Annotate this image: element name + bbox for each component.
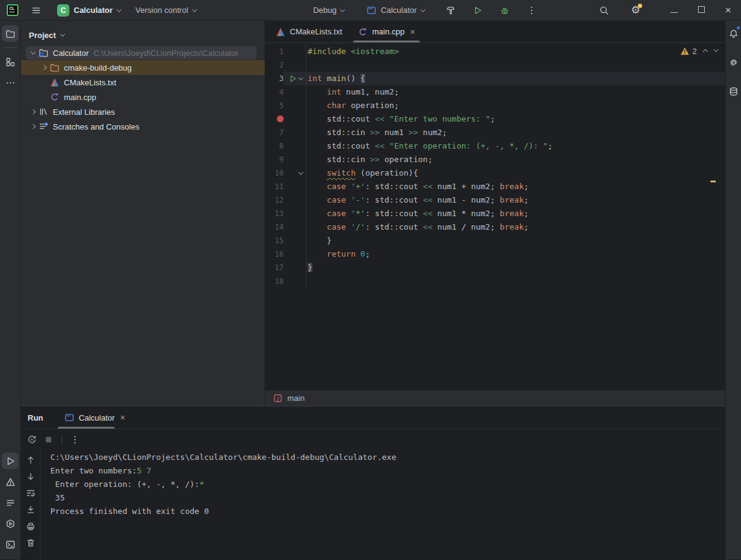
search-everywhere-button[interactable] <box>595 2 613 18</box>
run-gutter-icon[interactable] <box>289 75 297 82</box>
tree-item-calculator[interactable]: CalculatorC:\Users\Joeyd\CLionProjects\C… <box>21 45 265 60</box>
line-number[interactable]: 10 <box>265 166 284 180</box>
tool-services-button[interactable] <box>2 515 18 532</box>
tree-item-external-libraries[interactable]: External Libraries <box>21 104 265 119</box>
run-tab-calculator[interactable]: Calculator × <box>60 406 130 429</box>
chevron-right-icon[interactable] <box>42 65 47 70</box>
code-line-13[interactable]: 13 case '*': std::cout << num1 * num2; b… <box>265 207 725 220</box>
code-editor[interactable]: 1#include <iostream>2 3int main() {4 int… <box>265 43 725 390</box>
code-line-3[interactable]: 3int main() { <box>265 72 725 85</box>
close-button[interactable]: × <box>725 5 731 15</box>
line-number[interactable] <box>265 112 284 126</box>
code-line-17[interactable]: 17} <box>265 261 725 274</box>
notifications-button[interactable] <box>725 25 741 42</box>
code-line-9[interactable]: 9 std::cin >> operation; <box>265 153 725 166</box>
chevron-right-icon[interactable] <box>31 109 36 114</box>
fold-chevron-icon[interactable] <box>298 169 303 174</box>
breakpoint-icon[interactable] <box>277 115 284 122</box>
line-number[interactable]: 14 <box>265 220 284 234</box>
stop-button[interactable] <box>44 435 53 445</box>
run-button[interactable] <box>468 2 487 18</box>
line-number[interactable]: 18 <box>265 274 284 288</box>
code-line-8[interactable]: 8 std::cout << "Enter operation: (+, -, … <box>265 139 725 153</box>
line-number[interactable]: 7 <box>265 126 284 139</box>
bug-icon <box>500 6 510 15</box>
print-button[interactable] <box>26 521 36 531</box>
code-line-14[interactable]: 14 case '/': std::cout << num1 / num2; b… <box>265 220 725 234</box>
chevron-down-icon[interactable] <box>713 47 718 52</box>
close-run-tab-button[interactable]: × <box>120 413 125 422</box>
code-line-6[interactable]: std::cout << "Enter two numbers: "; <box>265 112 725 126</box>
code-line-1[interactable]: 1#include <iostream> <box>265 45 725 58</box>
line-number[interactable]: 13 <box>265 207 284 220</box>
code-line-2[interactable]: 2 <box>265 58 725 72</box>
console-output[interactable]: C:\Users\Joeyd\CLionProjects\Calculator\… <box>41 450 725 559</box>
project-widget[interactable]: C Calculator <box>53 2 125 18</box>
line-number[interactable]: 4 <box>265 85 284 99</box>
line-number[interactable]: 15 <box>265 234 284 247</box>
scroll-to-end-button[interactable] <box>26 505 36 515</box>
tool-structure-button[interactable] <box>2 53 18 70</box>
debug-mode-selector[interactable]: Debug <box>309 2 349 18</box>
line-number[interactable]: 5 <box>265 99 284 112</box>
inspections-widget[interactable]: 2 <box>680 47 718 56</box>
line-number[interactable]: 9 <box>265 153 284 166</box>
line-number[interactable]: 3 <box>265 72 284 85</box>
editor-tab-cmakelists-txt[interactable]: CMakeLists.txt <box>268 21 350 42</box>
code-line-4[interactable]: 4 int num1, num2; <box>265 85 725 99</box>
line-number[interactable]: 1 <box>265 45 284 58</box>
line-number[interactable]: 17 <box>265 261 284 274</box>
line-number[interactable]: 16 <box>265 247 284 261</box>
code-line-16[interactable]: 16 return 0; <box>265 247 725 261</box>
more-options-button[interactable] <box>70 435 80 445</box>
code-line-15[interactable]: 15 } <box>265 234 725 247</box>
chevron-right-icon[interactable] <box>31 124 36 129</box>
clear-all-button[interactable] <box>26 538 36 548</box>
soft-wrap-button[interactable] <box>26 488 36 498</box>
chevron-up-icon[interactable] <box>703 49 708 53</box>
tool-problems-button[interactable] <box>2 473 18 490</box>
code-line-10[interactable]: 10 switch (operation){ <box>265 166 725 180</box>
database-button[interactable] <box>725 83 741 99</box>
tool-project-button[interactable] <box>2 25 18 42</box>
tool-terminal-button[interactable] <box>2 536 18 553</box>
hammer-icon <box>446 6 456 15</box>
ai-assistant-button[interactable] <box>725 54 741 71</box>
build-button[interactable] <box>441 2 460 18</box>
breadcrumb-item[interactable]: main <box>287 394 305 403</box>
tree-item-cmake-build-debug[interactable]: cmake-build-debug <box>21 60 265 75</box>
main-menu-button[interactable] <box>27 2 45 18</box>
code-line-11[interactable]: 11 case '+': std::cout << num1 + num2; b… <box>265 180 725 193</box>
close-tab-button[interactable]: × <box>410 28 415 36</box>
tool-run-button[interactable] <box>2 453 18 469</box>
run-configuration-selector[interactable]: Calculator <box>362 2 429 18</box>
maximize-button[interactable] <box>698 6 705 15</box>
fold-chevron-icon[interactable] <box>298 75 303 80</box>
editor-tab-main-cpp[interactable]: main.cpp× <box>350 21 423 42</box>
rerun-button[interactable] <box>27 435 37 445</box>
project-panel-header[interactable]: Project <box>21 21 265 45</box>
code-line-18[interactable]: 18 <box>265 274 725 288</box>
debug-button[interactable] <box>495 2 514 18</box>
tool-todo-button[interactable] <box>2 494 18 511</box>
editor-area: CMakeLists.txtmain.cpp× 1#include <iostr… <box>265 21 725 406</box>
more-actions-button[interactable] <box>522 2 541 18</box>
line-number[interactable]: 11 <box>265 180 284 193</box>
line-number[interactable]: 8 <box>265 139 284 153</box>
minimize-button[interactable] <box>670 6 678 15</box>
tool-more-button[interactable] <box>2 74 18 91</box>
vcs-widget[interactable]: Version control <box>131 2 201 18</box>
scroll-down-button[interactable] <box>26 472 36 481</box>
warning-stripe-mark[interactable] <box>710 181 716 182</box>
tree-item-main-cpp[interactable]: main.cpp <box>21 90 265 104</box>
scroll-up-button[interactable] <box>26 455 36 465</box>
chevron-down-icon[interactable] <box>31 49 36 54</box>
code-line-7[interactable]: 7 std::cin >> num1 >> num2; <box>265 126 725 139</box>
code-line-12[interactable]: 12 case '-': std::cout << num1 - num2; b… <box>265 193 725 207</box>
settings-button[interactable]: ⚙ <box>627 2 645 18</box>
tree-item-scratches-and-consoles[interactable]: Scratches and Consoles <box>21 119 265 134</box>
tree-item-cmakelists-txt[interactable]: CMakeLists.txt <box>21 75 265 90</box>
line-number[interactable]: 12 <box>265 193 284 207</box>
line-number[interactable]: 2 <box>265 58 284 72</box>
code-line-5[interactable]: 5 char operation; <box>265 99 725 112</box>
